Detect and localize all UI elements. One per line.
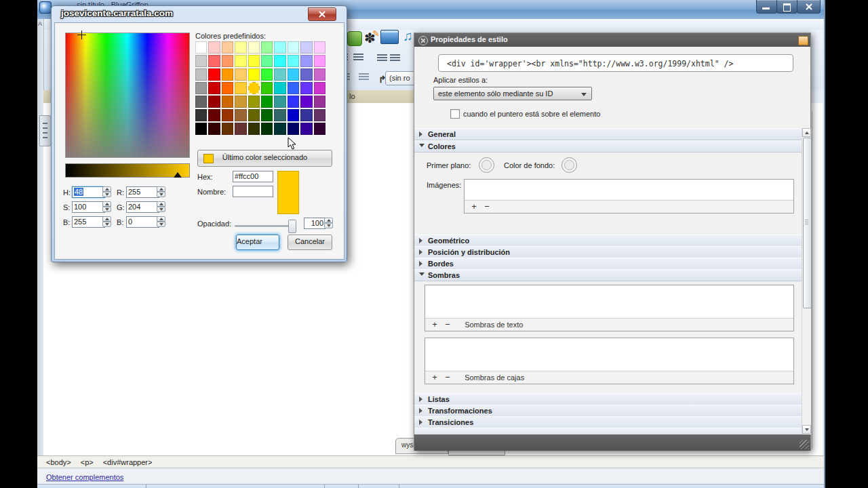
paragraph-spacing-icon[interactable]	[359, 73, 369, 81]
palette-swatch[interactable]	[274, 55, 285, 67]
red-field[interactable]: 255	[126, 186, 159, 198]
text-shadows-listbox[interactable]: + − Sombras de texto	[425, 285, 794, 331]
palette-swatch[interactable]	[314, 123, 326, 135]
palette-swatch[interactable]	[195, 123, 207, 135]
brightness-field[interactable]: 255	[72, 216, 105, 228]
palette-swatch[interactable]	[261, 82, 273, 94]
palette-swatch[interactable]	[235, 123, 246, 135]
section-posicion[interactable]: Posición y distribución	[414, 246, 802, 258]
palette-swatch[interactable]	[300, 68, 312, 81]
add-box-shadow-button[interactable]: +	[429, 371, 440, 384]
gradient-bar-marker[interactable]	[174, 172, 182, 178]
brightness-spinner[interactable]	[102, 216, 111, 228]
palette-swatch[interactable]	[195, 96, 207, 108]
palette-swatch[interactable]	[195, 55, 207, 67]
palette-swatch[interactable]	[248, 123, 260, 135]
section-geometrico[interactable]: Geométrico	[414, 235, 802, 247]
spin-down-button[interactable]	[157, 222, 165, 227]
spin-down-button[interactable]	[102, 192, 111, 197]
spin-up-button[interactable]	[157, 201, 165, 207]
palette-swatch[interactable]	[208, 55, 220, 67]
palette-swatch[interactable]	[208, 96, 220, 108]
palette-swatch[interactable]	[235, 109, 246, 121]
palette-swatch[interactable]	[261, 96, 273, 108]
section-general[interactable]: General	[414, 128, 802, 140]
palette-swatch[interactable]	[274, 123, 285, 135]
video-icon[interactable]	[380, 30, 399, 44]
opacity-slider-track[interactable]	[235, 225, 292, 227]
section-transformaciones[interactable]: Transformaciones	[414, 405, 802, 417]
palette-swatch[interactable]	[222, 68, 233, 81]
indent-icon[interactable]	[377, 54, 387, 62]
apply-styles-select[interactable]: este elemento sólo mediante su ID	[433, 87, 592, 100]
hue-spinner[interactable]	[102, 186, 111, 198]
blue-field[interactable]: 0	[126, 216, 159, 228]
palette-swatch[interactable]	[288, 82, 299, 94]
accept-button[interactable]: Aceptar	[236, 235, 279, 250]
palette-swatch[interactable]	[248, 109, 260, 121]
spin-up-button[interactable]	[324, 218, 333, 223]
dialog-close-button[interactable]	[308, 7, 336, 21]
spin-up-button[interactable]	[157, 216, 165, 222]
spin-up-button[interactable]	[102, 201, 111, 207]
format-a-icon[interactable]: A	[38, 20, 42, 27]
remove-box-shadow-button[interactable]: −	[442, 371, 453, 384]
get-addons-link[interactable]: Obtener complementos	[46, 473, 123, 481]
images-listbox[interactable]: + −	[464, 179, 794, 214]
palette-swatch[interactable]	[314, 68, 326, 81]
palette-swatch[interactable]	[274, 109, 285, 121]
palette-swatch[interactable]	[288, 109, 299, 121]
add-image-button[interactable]: +	[469, 201, 479, 213]
hover-checkbox[interactable]	[450, 109, 460, 119]
palette-swatch[interactable]	[235, 96, 246, 108]
green-spinner[interactable]	[157, 201, 165, 213]
remove-image-button[interactable]: −	[481, 201, 492, 213]
palette-swatch[interactable]	[235, 82, 246, 94]
section-bordes[interactable]: Bordes	[414, 258, 802, 270]
palette-swatch[interactable]	[314, 55, 326, 67]
palette-swatch[interactable]	[222, 123, 233, 135]
palette-swatch[interactable]	[300, 109, 312, 121]
palette-swatch[interactable]	[222, 82, 233, 94]
palette-swatch[interactable]	[208, 82, 220, 94]
palette-swatch[interactable]	[235, 55, 246, 67]
palette-swatch[interactable]	[288, 68, 299, 81]
palette-swatch[interactable]	[222, 41, 233, 54]
palette-swatch[interactable]	[274, 82, 285, 94]
foreground-color-well[interactable]	[479, 157, 494, 173]
docked-panel-tab[interactable]	[39, 115, 52, 146]
scroll-down-button[interactable]	[802, 425, 811, 434]
palette-swatch[interactable]	[261, 109, 273, 121]
blue-spinner[interactable]	[157, 216, 165, 228]
opacity-spinner[interactable]	[324, 218, 333, 229]
color-gradient-square[interactable]	[65, 33, 190, 158]
palette-swatch[interactable]	[222, 96, 233, 108]
spin-up-button[interactable]	[157, 186, 165, 192]
palette-swatch[interactable]	[288, 41, 299, 54]
palette-swatch[interactable]	[274, 96, 285, 108]
name-field[interactable]	[233, 186, 273, 197]
palette-swatch[interactable]	[314, 96, 326, 108]
background-color-well[interactable]	[561, 157, 577, 173]
hue-field[interactable]: 48	[72, 186, 105, 198]
saturation-spinner[interactable]	[102, 201, 111, 213]
resize-grip-icon[interactable]	[800, 440, 809, 449]
panel-close-icon[interactable]	[418, 36, 428, 45]
palette-swatch[interactable]	[195, 68, 207, 81]
palette-swatch[interactable]	[248, 41, 260, 54]
maximize-button[interactable]	[776, 0, 797, 14]
opacity-field[interactable]: 100	[304, 218, 326, 229]
outdent-icon[interactable]	[390, 54, 400, 62]
panel-dock-icon[interactable]	[798, 36, 808, 45]
palette-swatch[interactable]	[195, 41, 207, 54]
palette-swatch[interactable]	[235, 41, 246, 54]
breadcrumb-item[interactable]: <body>	[46, 458, 71, 466]
section-transiciones[interactable]: Transiciones	[414, 416, 802, 428]
add-text-shadow-button[interactable]: +	[429, 319, 440, 331]
spin-down-button[interactable]	[102, 207, 111, 212]
scrollbar-thumb[interactable]	[803, 138, 812, 308]
palette-swatch[interactable]	[222, 55, 233, 67]
palette-swatch[interactable]	[314, 109, 326, 121]
palette-swatch[interactable]	[248, 96, 260, 108]
panel-bottom-bar[interactable]	[414, 434, 810, 451]
